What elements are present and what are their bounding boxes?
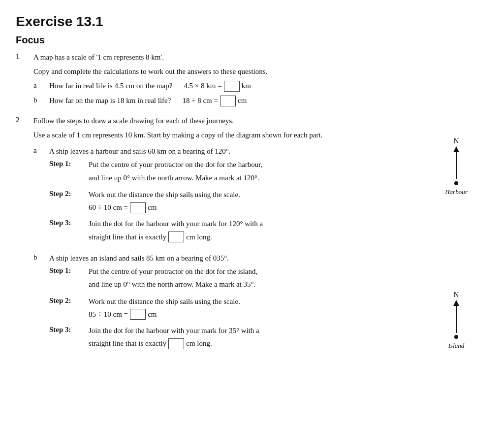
- section-title: Focus: [16, 34, 488, 46]
- q2-sub-b-step2: Step 2: Work out the distance the ship s…: [49, 296, 488, 322]
- page: Exercise 13.1 Focus 1 A map has a scale …: [0, 0, 504, 431]
- q2-sub-b-content: A ship leaves an island and sails 85 km …: [49, 253, 488, 355]
- q1-sub-a-input[interactable]: [224, 81, 240, 92]
- harbour-label: Harbour: [445, 188, 468, 196]
- q2-sub-a-step2: Step 2: Work out the distance the ship s…: [49, 189, 488, 215]
- q2-sub-a-step2-label: Step 2:: [49, 189, 89, 215]
- q2-sub-b-step2-label: Step 2:: [49, 296, 89, 322]
- q2-sub-a-step3-input[interactable]: [168, 232, 184, 242]
- q2-sub-b-step1-line2: and line up 0° with the north arrow. Mak…: [89, 279, 488, 290]
- q1-sub-b-unit: cm: [238, 97, 247, 105]
- harbour-arrow-head: [453, 146, 459, 152]
- q2-sub-a-step3-calc: straight line that is exactly cm long.: [89, 232, 488, 243]
- q2-intro-2: Use a scale of 1 cm represents 10 km. St…: [33, 130, 488, 141]
- q2-sub-b-step3-input[interactable]: [168, 338, 184, 349]
- question-1: 1 A map has a scale of '1 cm represents …: [16, 52, 488, 110]
- north-arrow-harbour: N: [453, 137, 459, 179]
- island-arrow-head: [453, 300, 459, 306]
- q1-sub-a-unit: km: [242, 82, 251, 90]
- q2-sub-a-step2-calc-text: 60 ÷ 10 cm =: [89, 202, 128, 213]
- island-dot: [454, 335, 458, 339]
- q2-sub-a-step2-calc: 60 ÷ 10 cm = cm: [89, 202, 488, 213]
- q2-sub-b-step2-unit: cm: [148, 309, 157, 320]
- q1-sub-a-text: How far in real life is 4.5 cm on the ma…: [49, 82, 172, 90]
- q2-sub-a-step3-line1: Join the dot for the harbour with your m…: [89, 218, 488, 230]
- harbour-arrow-shaft: [456, 152, 457, 179]
- q1-sub-a-content: How far in real life is 4.5 cm on the ma…: [49, 81, 488, 93]
- q2-sub-b-step3-calc-text: straight line that is exactly: [89, 338, 166, 349]
- q1-intro: A map has a scale of '1 cm represents 8 …: [33, 52, 488, 63]
- q2-sub-a-step3-label: Step 3:: [49, 218, 89, 244]
- q2-sub-a-step2-unit: cm: [148, 202, 157, 213]
- q1-sub-a-calc: 4.5 × 8 km =: [184, 82, 221, 90]
- q1-content: A map has a scale of '1 cm represents 8 …: [33, 52, 488, 110]
- q1-sub-a: a How far in real life is 4.5 cm on the …: [33, 81, 488, 93]
- q1-sub-b: b How far on the map is 18 km in real li…: [33, 96, 488, 107]
- q1-sub-b-content: How far on the map is 18 km in real life…: [49, 96, 488, 107]
- q1-sub-a-label: a: [33, 81, 49, 93]
- island-label: Island: [448, 342, 465, 350]
- q1-sub-a-line: How far in real life is 4.5 cm on the ma…: [49, 81, 488, 92]
- q2-sub-b-text: A ship leaves an island and sails 85 km …: [49, 253, 488, 264]
- q2-sub-a-content: A ship leaves a harbour and sails 60 km …: [49, 146, 488, 248]
- q1-sub-b-input[interactable]: [220, 96, 236, 106]
- harbour-dot: [454, 181, 458, 185]
- q2-sub-b-step3: Step 3: Join the dot for the harbour wit…: [49, 325, 488, 351]
- q2-sub-a-label: a: [33, 146, 49, 248]
- q2-sub-b-step2-input[interactable]: [130, 309, 146, 320]
- q2-sub-b-step3-label: Step 3:: [49, 325, 89, 351]
- exercise-title: Exercise 13.1: [16, 14, 488, 30]
- q2-sub-a-step1: Step 1: Put the centre of your protracto…: [49, 159, 488, 185]
- q1-sub-b-line: How far on the map is 18 km in real life…: [49, 96, 488, 106]
- q2-sub-b-step3-unit: cm long.: [186, 338, 212, 349]
- q2-sub-a-step2-input[interactable]: [130, 202, 146, 213]
- q1-instruction: Copy and complete the calculations to wo…: [33, 66, 488, 77]
- q2-sub-b-step2-calc-text: 85 ÷ 10 cm =: [89, 309, 128, 320]
- harbour-north-label: N: [454, 137, 459, 145]
- q1-sub-b-calc: 18 ÷ 8 cm =: [182, 97, 218, 105]
- q2-sub-b-step1: Step 1: Put the centre of your protracto…: [49, 266, 488, 292]
- q1-sub-b-label: b: [33, 96, 49, 107]
- q2-number: 2: [16, 115, 33, 358]
- q2-sub-a-step3-unit: cm long.: [186, 232, 212, 243]
- q2-content: Follow the steps to draw a scale drawing…: [33, 115, 488, 358]
- north-arrow-island: N: [453, 291, 459, 333]
- island-north-label: N: [454, 291, 459, 299]
- question-2: 2 Follow the steps to draw a scale drawi…: [16, 115, 488, 358]
- q2-sub-b-step1-content: Put the centre of your protractor on the…: [89, 266, 488, 292]
- q1-number: 1: [16, 52, 33, 110]
- q2-sub-a: a A ship leaves a harbour and sails 60 k…: [33, 146, 488, 248]
- q2-sub-a-step3: Step 3: Join the dot for the harbour wit…: [49, 218, 488, 244]
- q2-sub-b-step1-line1: Put the centre of your protractor on the…: [89, 266, 488, 277]
- q2-sub-b-label: b: [33, 253, 49, 355]
- island-arrow-shaft: [456, 306, 457, 333]
- q2-sub-a-step3-calc-text: straight line that is exactly: [89, 232, 166, 243]
- q1-sub-b-text: How far on the map is 18 km in real life…: [49, 97, 171, 105]
- q2-sub-b-step1-label: Step 1:: [49, 266, 89, 292]
- harbour-diagram: N Harbour: [424, 137, 488, 196]
- q2-sub-a-text: A ship leaves a harbour and sails 60 km …: [49, 146, 488, 157]
- island-diagram: N Island: [424, 291, 488, 350]
- q2-sub-b: b A ship leaves an island and sails 85 k…: [33, 253, 488, 355]
- q2-sub-a-step3-content: Join the dot for the harbour with your m…: [89, 218, 488, 244]
- q2-sub-a-step1-label: Step 1:: [49, 159, 89, 185]
- q2-intro-1: Follow the steps to draw a scale drawing…: [33, 115, 488, 127]
